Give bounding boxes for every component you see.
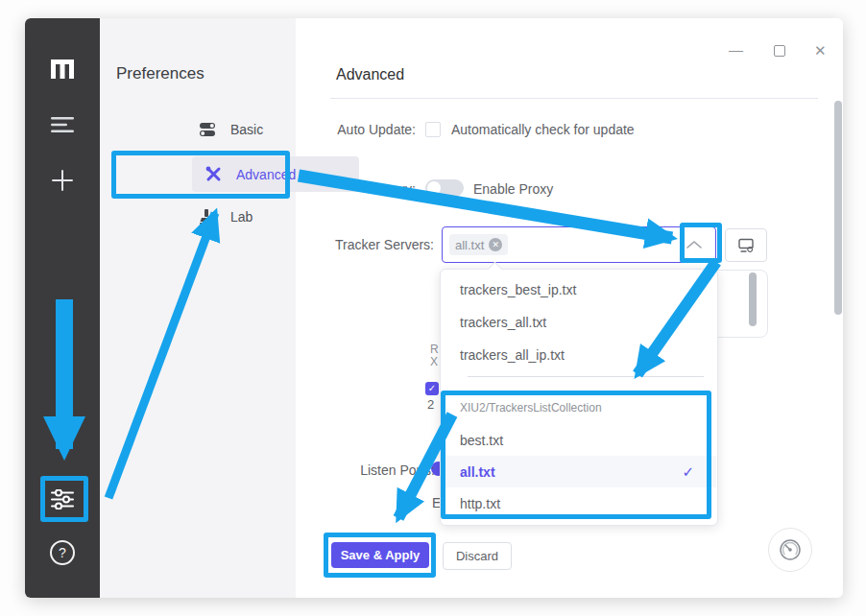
toggles-icon [200, 122, 217, 137]
main-scrollbar-thumb[interactable] [834, 101, 842, 315]
sync-monitor-icon [737, 238, 755, 253]
preferences-title: Preferences [116, 64, 204, 83]
page-title: Advanced [336, 66, 404, 83]
minimize-button[interactable]: — [729, 41, 743, 58]
preferences-panel: Preferences Basic [100, 18, 296, 598]
task-list-icon[interactable] [51, 116, 74, 137]
sidebar-item-label: Lab [230, 209, 253, 225]
tracker-dropdown: trackers_best_ip.txt trackers_all.txt tr… [440, 269, 718, 526]
screenshot-root: ? Preferences Basic [0, 0, 866, 616]
tracker-servers-label: Tracker Servers: [280, 237, 434, 252]
dropdown-item-selected[interactable]: all.txt [441, 456, 717, 488]
sidebar-item-label: Basic [230, 122, 263, 137]
proxy-toggle-label: Enable Proxy [473, 181, 553, 197]
header-divider [330, 98, 818, 99]
app-sidebar: ? [25, 18, 100, 598]
dropdown-group-label: XIU2/TrackersListCollection [460, 396, 602, 419]
dropdown-item[interactable]: trackers_all_ip.txt [441, 339, 717, 371]
selected-tracker-tag: all.txt ✕ [449, 234, 508, 255]
sync-trackers-button[interactable] [725, 228, 767, 262]
occluded-hint-fragment: X [430, 355, 438, 368]
tag-close-icon[interactable]: ✕ [489, 238, 502, 251]
save-apply-button[interactable]: Save & Apply [331, 542, 429, 568]
add-task-icon[interactable] [52, 170, 73, 195]
dropdown-item[interactable]: trackers_best_ip.txt [441, 273, 717, 306]
dropdown-item[interactable]: http.txt [441, 487, 717, 520]
close-button[interactable]: ✕ [814, 42, 827, 59]
chevron-up-icon[interactable] [686, 240, 702, 249]
discard-button[interactable]: Discard [443, 542, 512, 570]
maximize-button[interactable] [774, 45, 785, 57]
dropdown-item[interactable]: best.txt [441, 424, 717, 457]
speedometer-icon [778, 537, 803, 562]
help-glyph: ? [59, 545, 66, 560]
textarea-scrollbar-thumb[interactable] [749, 272, 757, 326]
proxy-toggle[interactable] [425, 179, 464, 197]
tools-icon [205, 166, 223, 182]
help-icon[interactable]: ? [50, 540, 75, 565]
toggle-knob [427, 181, 441, 195]
dropdown-divider [468, 376, 704, 377]
dropdown-item[interactable]: trackers_all.txt [441, 306, 717, 339]
app-window: ? Preferences Basic [25, 18, 843, 598]
occluded-text-fragment: 2 [427, 397, 434, 412]
occluded-hint-fragment: R [430, 343, 439, 356]
auto-update-checkbox-label[interactable]: Automatically check for update [451, 122, 635, 137]
proxy-label: Proxy: [262, 181, 416, 197]
auto-update-checkbox[interactable] [425, 122, 441, 137]
lab-icon [200, 209, 217, 225]
occluded-checkbox-fragment: ✓ [425, 382, 439, 395]
check-icon: ✓ [682, 463, 694, 481]
preferences-sliders-icon[interactable] [51, 489, 74, 513]
auto-update-label: Auto Update: [262, 122, 416, 137]
sidebar-item-label: Advanced [236, 167, 296, 182]
speed-limit-button[interactable] [768, 528, 812, 572]
tag-label: all.txt [455, 238, 484, 252]
sidebar-item-lab[interactable]: Lab [186, 199, 371, 234]
tracker-servers-select[interactable]: all.txt ✕ [442, 226, 716, 263]
motrix-logo [49, 58, 76, 84]
listen-ports-label: Listen Ports: [281, 462, 435, 478]
